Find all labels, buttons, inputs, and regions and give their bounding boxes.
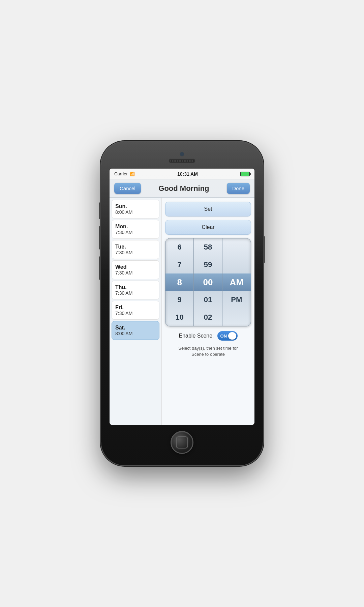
day-name-fri: Fri. <box>115 305 156 311</box>
period-empty-1 <box>222 238 251 256</box>
done-button[interactable]: Done <box>227 183 250 194</box>
minute-01: 01 <box>194 291 222 309</box>
set-button[interactable]: Set <box>165 202 251 216</box>
front-camera <box>180 152 184 156</box>
day-name-mon: Mon. <box>115 224 156 230</box>
home-button-area <box>169 429 195 456</box>
power-button[interactable] <box>263 236 265 263</box>
day-time-sat: 8:00 AM <box>115 331 156 336</box>
day-item-fri[interactable]: Fri. 7:30 AM <box>112 301 159 320</box>
status-right <box>240 172 250 176</box>
carrier-label: Carrier <box>114 171 128 176</box>
clear-button[interactable]: Clear <box>165 220 251 235</box>
navigation-bar: Cancel Good Morning Done <box>110 179 254 198</box>
picker-grid: 6 7 8 9 10 58 59 00 01 02 <box>165 238 251 326</box>
period-empty-2 <box>222 256 251 273</box>
battery-indicator <box>240 172 250 176</box>
day-item-sat[interactable]: Sat. 8:00 AM <box>112 321 159 340</box>
screen: Carrier 📶 10:31 AM Cancel Good Morning D… <box>110 169 254 425</box>
phone-frame: Carrier 📶 10:31 AM Cancel Good Morning D… <box>101 142 263 465</box>
day-item-mon[interactable]: Mon. 7:30 AM <box>112 220 159 239</box>
day-time-fri: 7:30 AM <box>115 311 156 316</box>
minute-02: 02 <box>194 309 222 326</box>
day-item-thu[interactable]: Thu. 7:30 AM <box>112 281 159 299</box>
period-am-selected: AM <box>222 273 251 291</box>
minute-58: 58 <box>194 238 222 256</box>
status-time: 10:31 AM <box>177 171 198 177</box>
wifi-icon: 📶 <box>130 172 135 176</box>
hour-9: 9 <box>165 291 193 309</box>
minute-00-selected: 00 <box>194 273 222 291</box>
home-button-inner <box>176 436 188 449</box>
volume-down-button[interactable] <box>99 256 101 280</box>
battery-fill <box>241 172 249 176</box>
day-time-mon: 7:30 AM <box>115 230 156 235</box>
hour-10: 10 <box>165 309 193 326</box>
period-empty-3 <box>222 309 251 326</box>
enable-scene-toggle[interactable]: ON <box>217 331 238 341</box>
minutes-column[interactable]: 58 59 00 01 02 <box>194 238 222 326</box>
hours-column[interactable]: 6 7 8 9 10 <box>165 238 194 326</box>
day-name-sat: Sat. <box>115 325 156 331</box>
cancel-button[interactable]: Cancel <box>114 183 141 194</box>
earpiece-speaker <box>169 158 195 163</box>
period-column[interactable]: AM PM <box>222 238 251 326</box>
day-name-wed: Wed <box>115 264 156 270</box>
period-pm: PM <box>222 291 251 309</box>
day-item-sun[interactable]: Sun. 8:00 AM <box>112 200 159 219</box>
day-name-tue: Tue. <box>115 244 156 250</box>
day-time-wed: 7:30 AM <box>115 270 156 276</box>
page-title: Good Morning <box>158 184 209 193</box>
day-item-tue[interactable]: Tue. 7:30 AM <box>112 240 159 259</box>
day-item-wed[interactable]: Wed 7:30 AM <box>112 260 159 279</box>
status-left: Carrier 📶 <box>114 171 135 176</box>
volume-mute-button[interactable] <box>99 202 101 219</box>
phone-top <box>104 148 260 166</box>
toggle-knob <box>228 332 236 340</box>
enable-scene-label: Enable Scene: <box>179 333 214 339</box>
hour-7: 7 <box>165 256 193 273</box>
volume-up-button[interactable] <box>99 226 101 250</box>
hint-text: Select day(s), then set time forScene to… <box>165 345 251 357</box>
time-picker[interactable]: 6 7 8 9 10 58 59 00 01 02 <box>165 238 251 326</box>
hour-6: 6 <box>165 238 193 256</box>
hour-8-selected: 8 <box>165 273 193 291</box>
minute-59: 59 <box>194 256 222 273</box>
toggle-on-label: ON <box>220 334 227 339</box>
home-button[interactable] <box>171 431 193 454</box>
days-list: Sun. 8:00 AM Mon. 7:30 AM Tue. 7:30 AM W… <box>110 198 162 425</box>
enable-scene-row: Enable Scene: ON <box>165 330 251 342</box>
day-time-tue: 7:30 AM <box>115 250 156 255</box>
right-panel: Set Clear 6 7 8 9 10 <box>162 198 254 425</box>
day-time-sun: 8:00 AM <box>115 209 156 215</box>
main-content: Sun. 8:00 AM Mon. 7:30 AM Tue. 7:30 AM W… <box>110 198 254 425</box>
day-time-thu: 7:30 AM <box>115 290 156 296</box>
status-bar: Carrier 📶 10:31 AM <box>110 169 254 179</box>
day-name-thu: Thu. <box>115 284 156 290</box>
day-name-sun: Sun. <box>115 203 156 209</box>
